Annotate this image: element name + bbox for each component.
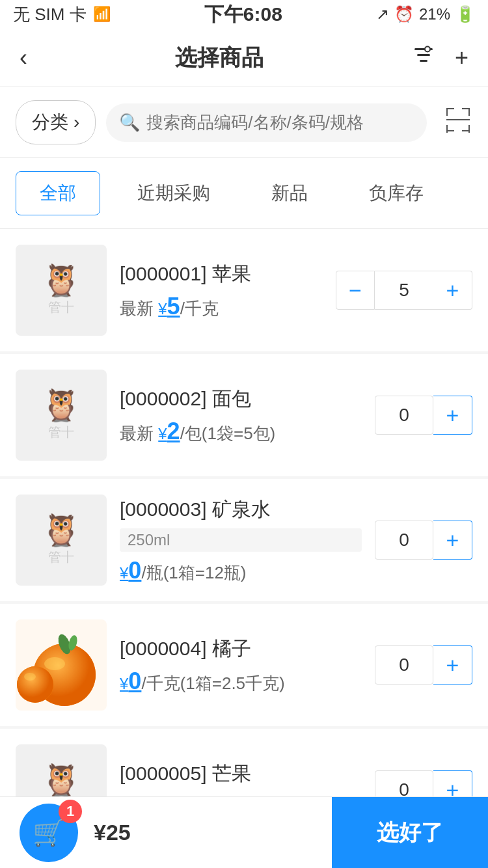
product-controls-0000001: − + [336,271,472,310]
filter-search-bar: 分类 › 🔍 [0,87,488,158]
status-right: ↗ ⏰ 21% 🔋 [376,5,475,23]
nav-bar: ‹ 选择商品 + [0,29,488,87]
status-time: 下午6:08 [204,1,282,28]
product-info-0000004: [0000004] 橘子 ¥0/千克(1箱=2.5千克) [120,636,362,695]
product-info-0000001: [0000001] 苹果 最新 ¥5/千克 [120,261,323,320]
qty-plus-button[interactable]: + [433,396,472,435]
product-name: [0000004] 橘子 [120,636,362,662]
search-icon: 🔍 [119,113,140,133]
cart-button[interactable]: 🛒 1 [20,804,78,862]
svg-rect-12 [446,119,470,120]
svg-rect-11 [468,125,470,133]
svg-point-21 [24,673,36,681]
price-currency: ¥ [120,564,128,582]
location-icon: ↗ [376,5,389,23]
svg-rect-7 [468,108,470,116]
owl-text: 管十 [48,549,74,566]
list-item: [0000004] 橘子 ¥0/千克(1箱=2.5千克) + [0,604,488,726]
battery-icon: 🔋 [455,5,475,23]
price-note: (1箱=12瓶) [163,563,247,582]
tab-all[interactable]: 全部 [16,171,100,215]
price-note: (1袋=5包) [202,424,275,443]
list-item: 🦉 管十 [0000002] 面包 最新 ¥2/包(1袋=5包) + [0,354,488,476]
list-item: 🦉 管十 [0000001] 苹果 最新 ¥5/千克 − + [0,229,488,351]
status-bar: 无 SIM 卡 📶 下午6:08 ↗ ⏰ 21% 🔋 [0,0,488,29]
qty-input[interactable] [375,645,433,685]
product-name: [0000001] 苹果 [120,261,323,288]
price-currency: ¥ [158,425,167,442]
status-left: 无 SIM 卡 📶 [13,3,111,26]
price-prefix: 最新 [120,299,158,318]
filter-icon[interactable] [412,43,435,72]
qty-plus-button[interactable]: + [433,271,472,310]
qty-input[interactable] [375,271,433,310]
product-image-0000002: 🦉 管十 [16,370,107,461]
price-value: 2 [167,418,180,444]
product-controls-0000002: + [375,396,472,435]
bottom-bar: 🛒 1 ¥25 选好了 [0,796,488,868]
owl-icon: 🦉 [42,265,81,296]
qty-plus-button[interactable]: + [433,645,472,685]
product-image-0000001: 🦉 管十 [16,245,107,336]
price-currency: ¥ [158,300,167,318]
cart-icon: 🛒 [33,817,65,848]
page-title: 选择商品 [175,43,264,73]
list-item: 🦉 管十 [0000003] 矿泉水 250ml ¥0/瓶(1箱=12瓶) + [0,479,488,601]
svg-rect-1 [417,54,430,56]
tab-recent[interactable]: 近期采购 [113,171,234,215]
owl-text: 管十 [48,424,74,441]
price-value: 5 [167,293,180,319]
price-note: (1箱=2.5千克) [180,673,285,693]
cart-total: ¥25 [94,820,131,845]
product-name: [0000005] 芒果 [120,761,362,787]
alarm-icon: ⏰ [394,5,414,23]
product-name: [0000003] 矿泉水 [120,496,362,523]
svg-rect-2 [420,60,427,62]
product-price: 最新 ¥2/包(1袋=5包) [120,418,362,445]
qty-input[interactable] [375,396,433,435]
price-value: 0 [128,668,141,694]
product-image-0000003: 🦉 管十 [16,495,107,586]
owl-icon: 🦉 [42,390,81,421]
price-unit: /包 [180,424,202,443]
scan-button[interactable] [444,105,472,140]
cart-badge: 1 [59,800,82,823]
price-currency: ¥ [120,675,128,692]
svg-rect-5 [446,108,448,116]
search-input[interactable] [146,113,414,133]
price-unit: /千克 [180,299,219,318]
product-price: ¥0/千克(1箱=2.5千克) [120,668,362,695]
product-info-0000003: [0000003] 矿泉水 250ml ¥0/瓶(1箱=12瓶) [120,496,362,584]
tab-negative[interactable]: 负库存 [345,171,448,215]
cart-section: 🛒 1 ¥25 [0,804,150,862]
category-chevron-icon: › [74,112,79,133]
qty-plus-button[interactable]: + [433,521,472,560]
category-button[interactable]: 分类 › [16,100,96,144]
svg-point-16 [44,657,65,670]
product-image-0000004 [16,619,107,711]
confirm-button[interactable]: 选好了 [332,797,488,869]
wifi-icon: 📶 [93,6,111,23]
nav-actions: + [412,43,468,72]
product-controls-0000003: + [375,521,472,560]
svg-point-3 [425,47,430,52]
add-button[interactable]: + [455,44,468,72]
back-button[interactable]: ‹ [20,44,27,72]
price-prefix: 最新 [120,424,158,443]
tab-new[interactable]: 新品 [247,171,332,215]
category-label: 分类 [32,110,68,135]
carrier-text: 无 SIM 卡 [13,3,87,26]
price-value: 0 [128,557,141,584]
qty-minus-button[interactable]: − [336,271,375,310]
tab-bar: 全部 近期采购 新品 负库存 [0,158,488,229]
price-unit: /千克 [141,673,180,693]
owl-icon: 🦉 [42,765,81,796]
search-box: 🔍 [106,103,427,142]
battery-text: 21% [419,5,450,23]
price-unit: /瓶 [141,563,163,582]
qty-input[interactable] [375,521,433,560]
svg-rect-9 [446,125,448,133]
product-spec: 250ml [120,528,362,552]
product-name: [0000002] 面包 [120,386,362,413]
product-price: ¥0/瓶(1箱=12瓶) [120,557,362,584]
